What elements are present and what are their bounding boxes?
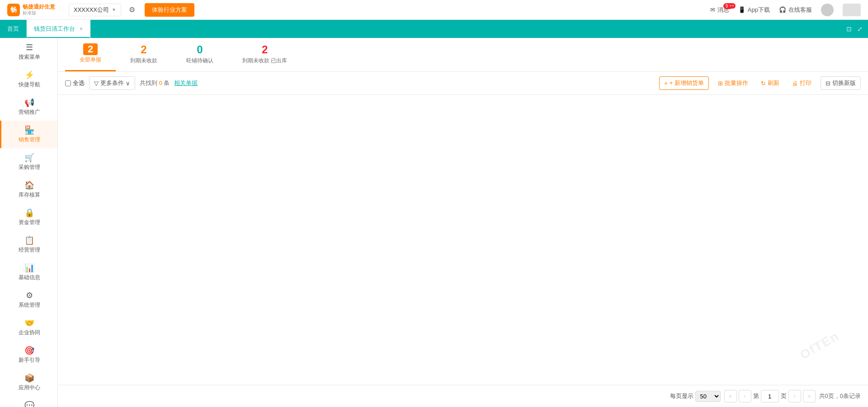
marketing-icon: 📢 xyxy=(24,98,34,107)
sidebar-item-sales-mgmt[interactable]: 🏪 销售管理 xyxy=(0,121,57,148)
stat-tab-all[interactable]: 2 全部单据 xyxy=(65,38,116,71)
print-button[interactable]: 🖨 打印 xyxy=(788,77,815,89)
main-content: 2 全部单据 2 到期未收款 0 旺铺待确认 2 到期未收款 已出库 全选 xyxy=(58,38,868,407)
company-name: XXXXXX公司 xyxy=(74,6,109,14)
trial-button[interactable]: 体验行业方案 xyxy=(145,3,194,17)
stat-tab-overdue-unpaid[interactable]: 2 到期未收款 xyxy=(116,38,172,71)
avatar[interactable] xyxy=(821,4,834,16)
settings-button[interactable]: ⚙ xyxy=(125,3,139,17)
stat-label-all: 全部单据 xyxy=(80,56,101,64)
stat-num-shipped: 2 xyxy=(262,43,268,56)
sidebar-item-basic-info[interactable]: 📊 基础信息 xyxy=(0,258,57,286)
refresh-button[interactable]: ↻ 刷新 xyxy=(757,77,783,89)
stat-num-all: 2 xyxy=(83,43,98,55)
first-page-button[interactable]: « xyxy=(724,390,737,402)
operations-icon: 📋 xyxy=(24,236,34,244)
app-center-icon: 📦 xyxy=(24,374,34,382)
online-service-label: 在线客服 xyxy=(788,6,812,14)
switch-label: 切换新版 xyxy=(832,79,856,87)
select-all-label: 全选 xyxy=(73,79,85,87)
toolbar-right: + + 新增销货单 ⊞ 批量操作 ↻ 刷新 🖨 打印 ⊟ 切换新版 xyxy=(659,76,861,90)
sidebar-item-enterprise-wechat[interactable]: 💬 企业微信 xyxy=(0,396,57,407)
select-all-checkbox[interactable]: 全选 xyxy=(65,79,85,87)
logo-icon: 畅 xyxy=(7,4,20,16)
batch-icon: ⊞ xyxy=(718,80,723,87)
sidebar-label-sales: 销售管理 xyxy=(19,136,40,144)
tab-home-label: 首页 xyxy=(7,25,19,33)
tab-maximize-icon[interactable]: ⤢ xyxy=(857,25,863,33)
found-unit: 条 xyxy=(164,80,170,86)
print-icon: 🖨 xyxy=(792,80,798,87)
system-icon: ⚙ xyxy=(26,291,33,299)
sidebar-item-inventory[interactable]: 🏠 库存核算 xyxy=(0,176,57,203)
stat-label-pending: 旺铺待确认 xyxy=(186,57,213,65)
sidebar-item-app-center[interactable]: 📦 应用中心 xyxy=(0,369,57,396)
app-download-button[interactable]: 📱 App下载 xyxy=(738,6,770,14)
batch-operation-button[interactable]: ⊞ 批量操作 xyxy=(714,77,752,89)
sidebar-label-operations: 经营管理 xyxy=(19,246,40,254)
new-guide-icon: 🎯 xyxy=(24,346,34,355)
switch-version-button[interactable]: ⊟ 切换新版 xyxy=(821,76,861,90)
capital-icon: 🔒 xyxy=(24,209,34,217)
tab-home[interactable]: 首页 xyxy=(0,20,27,38)
message-button[interactable]: ✉ 消息 99 + xyxy=(710,6,729,14)
sidebar-label-new-guide: 新手引导 xyxy=(19,356,40,364)
print-label: 打印 xyxy=(800,79,811,87)
gear-icon: ⚙ xyxy=(129,5,135,14)
sidebar-label-capital: 资金管理 xyxy=(19,219,40,226)
batch-label: 批量操作 xyxy=(725,79,748,87)
sidebar-label-inventory: 库存核算 xyxy=(19,191,40,199)
header-right: ✉ 消息 99 + 📱 App下载 🎧 在线客服 xyxy=(710,4,861,16)
total-records-text: 共0页，0条记录 xyxy=(819,392,861,400)
sidebar-item-enterprise-collab[interactable]: 🤝 企业协同 xyxy=(0,313,57,341)
per-page-select[interactable]: 50 20 100 xyxy=(695,391,721,402)
sidebar-item-system[interactable]: ⚙ 系统管理 xyxy=(0,286,57,313)
tab-close-icon[interactable]: × xyxy=(80,26,83,32)
per-page-label: 每页显示 xyxy=(670,392,693,400)
sidebar-item-operations[interactable]: 📋 经营管理 xyxy=(0,231,57,258)
prev-page-button[interactable]: ‹ xyxy=(739,390,751,402)
tab-cashflow-label: 钱货日清工作台 xyxy=(34,25,75,33)
sidebar-item-quick-nav[interactable]: ⚡ 快捷导航 xyxy=(0,65,57,93)
sidebar-item-marketing[interactable]: 📢 营销推广 xyxy=(0,93,57,121)
sidebar-item-capital[interactable]: 🔒 资金管理 xyxy=(0,203,57,231)
sidebar-item-purchase-mgmt[interactable]: 🛒 采购管理 xyxy=(0,148,57,176)
user-panel[interactable] xyxy=(843,4,861,16)
stat-label-overdue: 到期未收款 xyxy=(130,57,157,65)
next-page-button[interactable]: › xyxy=(788,390,801,402)
stat-tab-overdue-shipped[interactable]: 2 到期未收款 已出库 xyxy=(228,38,302,71)
last-page-button[interactable]: » xyxy=(803,390,816,402)
quick-nav-icon: ⚡ xyxy=(24,71,34,79)
enterprise-wechat-icon: 💬 xyxy=(24,402,34,407)
message-icon: ✉ xyxy=(710,6,715,13)
page-input[interactable] xyxy=(761,390,779,402)
toolbar: 全选 ▽ 更多条件 ∨ 共找到 0 条 相关单据 + + 新增销货单 xyxy=(58,72,868,95)
app-download-label: App下载 xyxy=(748,6,770,14)
tab-minimize-icon[interactable]: ⊡ xyxy=(846,25,852,33)
related-link[interactable]: 相关单据 xyxy=(174,79,198,87)
sidebar-label-enterprise-collab: 企业协同 xyxy=(19,329,40,337)
stat-tab-pending-confirm[interactable]: 0 旺铺待确认 xyxy=(172,38,228,71)
sidebar-label-system: 系统管理 xyxy=(19,301,40,309)
search-menu-icon: ☰ xyxy=(26,43,33,51)
filter-button[interactable]: ▽ 更多条件 ∨ xyxy=(89,76,135,90)
plus-icon: + xyxy=(664,80,668,87)
sidebar-label-app-center: 应用中心 xyxy=(19,384,40,392)
tab-cashflow[interactable]: 钱货日清工作台 × xyxy=(27,20,90,38)
company-selector[interactable]: XXXXXX公司 ▼ xyxy=(69,4,121,16)
select-all-input[interactable] xyxy=(65,80,71,86)
sidebar-item-new-guide[interactable]: 🎯 新手引导 xyxy=(0,341,57,369)
page-size-selector: 每页显示 50 20 100 xyxy=(670,391,721,402)
switch-icon: ⊟ xyxy=(826,80,830,87)
sidebar-item-search-menu[interactable]: ☰ 搜索菜单 xyxy=(0,38,57,65)
service-icon: 🎧 xyxy=(779,6,786,13)
logo-subtitle: 标准版 xyxy=(23,10,55,16)
refresh-label: 刷新 xyxy=(768,79,779,87)
new-sales-order-button[interactable]: + + 新增销货单 xyxy=(659,76,709,90)
stat-num-overdue: 2 xyxy=(141,43,146,56)
toolbar-left: 全选 ▽ 更多条件 ∨ 共找到 0 条 相关单据 xyxy=(65,76,198,90)
stats-tabs: 2 全部单据 2 到期未收款 0 旺铺待确认 2 到期未收款 已出库 xyxy=(58,38,868,72)
refresh-icon: ↻ xyxy=(761,80,766,87)
found-text: 共找到 0 条 xyxy=(140,79,170,87)
online-service-button[interactable]: 🎧 在线客服 xyxy=(779,6,812,14)
